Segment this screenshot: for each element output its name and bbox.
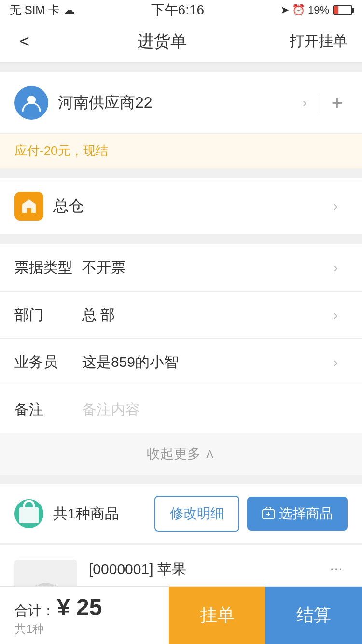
sim-status: 无 SIM 卡 ☁ (10, 2, 75, 18)
sales-value: 这是859的小智 (82, 352, 334, 372)
back-button[interactable]: < (14, 27, 34, 56)
invoice-row[interactable]: 票据类型 不开票 › (0, 244, 362, 291)
total-amount: ¥ 25 (57, 594, 102, 620)
total-label: 合计： (14, 602, 55, 620)
footer-bar: 合计： ¥ 25 共1种 挂单 结算 (0, 586, 362, 644)
remark-label: 备注 (14, 400, 82, 420)
dept-chevron-icon: › (334, 308, 338, 323)
status-time: 下午6:16 (151, 1, 205, 19)
pend-button[interactable]: 挂单 (169, 587, 265, 644)
nav-bar: < 进货单 打开挂单 (0, 20, 362, 63)
cart-icon (262, 507, 275, 520)
notice-row: 应付-20元，现结 (0, 134, 362, 168)
sales-chevron-icon: › (334, 355, 338, 370)
divider-2 (0, 234, 362, 244)
svg-rect-1 (27, 208, 31, 213)
add-button[interactable]: + (327, 92, 348, 114)
product-name: [0000001] 苹果 (89, 560, 325, 579)
select-product-label: 选择商品 (279, 504, 333, 523)
status-right: ➤ ⏰ 19% (280, 4, 352, 16)
form-section: 票据类型 不开票 › 部门 总 部 › 业务员 这是859的小智 › 备注 备注… (0, 244, 362, 433)
collapse-button[interactable]: 收起更多 ∧ (0, 433, 362, 475)
alarm-icon: ⏰ (292, 4, 305, 16)
vertical-divider (317, 93, 317, 112)
product-code: [0000001] (89, 561, 153, 577)
status-left: 无 SIM 卡 ☁ (10, 2, 75, 18)
invoice-value: 不开票 (82, 258, 334, 278)
top-divider (0, 63, 362, 72)
supplier-avatar (14, 86, 48, 120)
warehouse-icon (14, 192, 43, 221)
invoice-label: 票据类型 (14, 258, 82, 278)
battery-percent: 19% (308, 4, 329, 16)
department-row[interactable]: 部门 总 部 › (0, 291, 362, 338)
warehouse-chevron-icon: › (334, 198, 338, 214)
warehouse-section: 总仓 › (0, 178, 362, 234)
open-pending-button[interactable]: 打开挂单 (290, 31, 348, 51)
dept-value: 总 部 (82, 305, 334, 325)
settle-button[interactable]: 结算 (265, 587, 362, 644)
footer-total: 合计： ¥ 25 共1种 (0, 594, 169, 637)
remark-row[interactable]: 备注 备注内容 (0, 386, 362, 433)
supplier-name: 河南供应商22 (58, 92, 302, 113)
edit-detail-button[interactable]: 修改明细 (154, 496, 239, 532)
salesperson-row[interactable]: 业务员 这是859的小智 › (0, 338, 362, 386)
divider-1 (0, 168, 362, 178)
product-section-icon (14, 499, 43, 528)
warehouse-name: 总仓 (53, 196, 334, 217)
location-icon: ➤ (280, 4, 289, 16)
remark-input[interactable]: 备注内容 (82, 400, 348, 420)
supplier-section: 河南供应商22 › + 应付-20元，现结 (0, 72, 362, 168)
product-count-label: 共1种商品 (53, 504, 154, 524)
warehouse-row[interactable]: 总仓 › (0, 178, 362, 234)
status-bar: 无 SIM 卡 ☁ 下午6:16 ➤ ⏰ 19% (0, 0, 362, 20)
divider-3 (0, 475, 362, 484)
supplier-chevron-icon: › (302, 95, 306, 111)
supplier-row[interactable]: 河南供应商22 › + (0, 72, 362, 134)
dept-label: 部门 (14, 305, 82, 325)
sales-label: 业务员 (14, 352, 82, 372)
total-count: 共1种 (14, 621, 154, 637)
select-product-button[interactable]: 选择商品 (247, 497, 348, 531)
more-options-button[interactable]: ··· (325, 560, 348, 577)
battery-icon (333, 5, 352, 15)
page-title: 进货单 (138, 30, 187, 53)
svg-rect-2 (19, 507, 39, 523)
product-header-divider (0, 543, 362, 544)
product-title: 苹果 (157, 561, 186, 577)
product-header: 共1种商品 修改明细 选择商品 (0, 484, 362, 543)
invoice-chevron-icon: › (334, 260, 338, 276)
